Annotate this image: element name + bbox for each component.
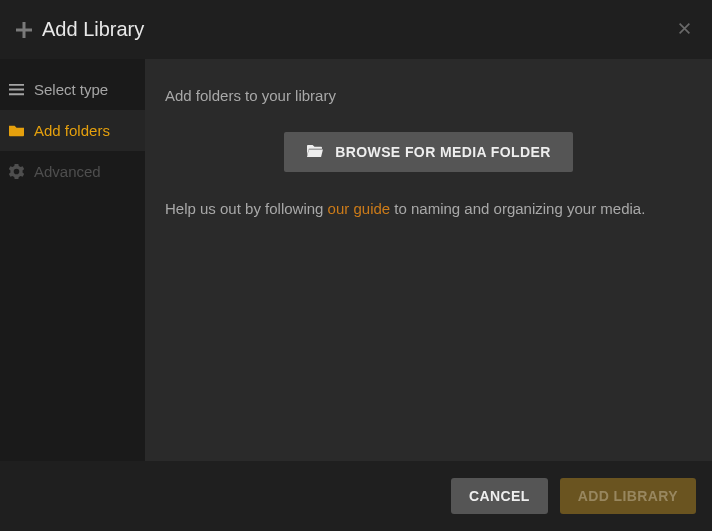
dialog-header: Add Library [0,0,712,59]
main-content: Add folders to your library BROWSE FOR M… [145,59,712,461]
close-icon [678,21,691,39]
sidebar-item-label: Select type [34,81,108,98]
browse-row: BROWSE FOR MEDIA FOLDER [165,132,692,172]
browse-for-media-folder-button[interactable]: BROWSE FOR MEDIA FOLDER [284,132,573,172]
browse-button-label: BROWSE FOR MEDIA FOLDER [335,144,551,160]
help-text: Help us out by following our guide to na… [165,200,692,217]
dialog-title: Add Library [42,18,144,41]
add-library-button[interactable]: ADD LIBRARY [560,478,696,514]
folder-open-icon [306,143,323,161]
dialog-title-wrap: Add Library [16,18,144,41]
sidebar-item-label: Advanced [34,163,101,180]
list-icon [8,82,24,98]
instruction-text: Add folders to your library [165,87,692,104]
sidebar-item-select-type[interactable]: Select type [0,69,145,110]
close-button[interactable] [674,20,694,40]
gear-icon [8,164,24,180]
cancel-button[interactable]: CANCEL [451,478,548,514]
our-guide-link[interactable]: our guide [328,200,391,217]
sidebar: Select type Add folders Advanced [0,59,145,461]
sidebar-item-label: Add folders [34,122,110,139]
dialog-footer: CANCEL ADD LIBRARY [0,461,712,531]
folder-icon [8,123,24,139]
dialog-body: Select type Add folders Advanced Add fol… [0,59,712,461]
sidebar-item-add-folders[interactable]: Add folders [0,110,145,151]
sidebar-item-advanced: Advanced [0,151,145,192]
help-suffix: to naming and organizing your media. [390,200,645,217]
help-prefix: Help us out by following [165,200,328,217]
plus-icon [16,22,32,38]
